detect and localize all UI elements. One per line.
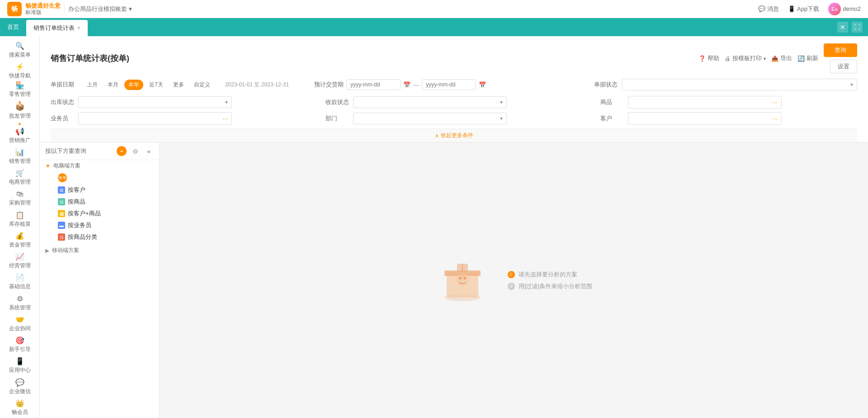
expected-date-start-input[interactable] — [346, 79, 401, 90]
plan-by-goods-icon: ⊟ — [58, 198, 65, 205]
guide-icon: 🎯 — [15, 336, 24, 345]
refresh-button[interactable]: 🔄 刷新 — [797, 54, 818, 62]
template-print-button[interactable]: 🖨 按模板打印 ▾ — [725, 54, 766, 62]
tree-child-by-customer: ⊞ 按客户 — [40, 184, 159, 196]
customer-more-icon[interactable]: ··· — [772, 115, 778, 122]
search-icon: 🔍 — [15, 42, 24, 50]
customer-select[interactable]: ··· — [628, 112, 782, 125]
collapse-more-conditions[interactable]: ∧ 收起更多条件 — [51, 128, 857, 142]
order-status-label: 单据状态 — [594, 81, 619, 89]
svg-point-4 — [459, 277, 462, 280]
page-title-row: 销售订单统计表(按单) ❓ 帮助 🖨 按模板打印 ▾ 📤 导出 — [51, 43, 857, 73]
sidebar-item-quick-nav[interactable]: ⚡ 快捷导航 — [0, 61, 39, 81]
empty-hint-2: ② 用[过滤]条件来缩小分析范围 — [508, 282, 592, 290]
date-btn-last-7-days[interactable]: 近7天 — [145, 80, 167, 90]
tree-child-by-goods-category: ⊡ 按商品分类 — [40, 231, 159, 243]
goods-select[interactable]: ··· — [628, 96, 782, 109]
inventory-icon: 📋 — [15, 211, 24, 219]
dept-select[interactable]: ▾ — [353, 113, 507, 124]
window-close-button[interactable]: ✕ — [837, 22, 848, 33]
salesperson-more-icon[interactable]: ··· — [222, 115, 228, 122]
sidebar-item-guide[interactable]: 🎯 新手引导 — [0, 334, 39, 355]
settings-plan-button[interactable]: ⊙ — [130, 146, 140, 156]
plan-by-order[interactable]: 按单 — [52, 171, 159, 184]
plan-by-salesperson-icon: ▬ — [58, 222, 65, 229]
svg-point-3 — [456, 273, 469, 286]
date-btn-more[interactable]: 更多 — [169, 80, 188, 90]
settings-button[interactable]: 设置 — [830, 60, 857, 73]
app-download-button[interactable]: 📱 App下载 — [788, 5, 819, 13]
sidebar-item-search[interactable]: 🔍 搜索菜单 — [0, 40, 39, 61]
collection-status-arrow-icon: ▾ — [500, 99, 503, 105]
expected-date-end-input[interactable] — [422, 79, 476, 90]
salesperson-group: 业务员 ··· — [51, 112, 307, 125]
sidebar-item-wholesale[interactable]: 📦 批发管理 ▲ — [0, 104, 39, 125]
date-btn-this-month[interactable]: 本月 — [104, 80, 123, 90]
tree-section-mobile[interactable]: ▶ 移动端方案 — [40, 245, 159, 256]
expected-date-label: 预计交货期 — [314, 81, 344, 89]
sidebar-item-basic-info[interactable]: 📄 基础信息 — [0, 271, 39, 292]
plan-by-customer-goods[interactable]: ▦ 按客户+商品 — [52, 208, 159, 219]
tab-home[interactable]: 首页 — [0, 18, 26, 36]
sidebar-item-enterprise[interactable]: 🤝 企业协同 — [0, 314, 39, 334]
sidebar-item-finance[interactable]: 💰 资金管理 — [0, 230, 39, 251]
sidebar-item-ecommerce[interactable]: 🛒 电商管理 — [0, 167, 39, 188]
sidebar-item-appstore[interactable]: 📱 应用中心 — [0, 355, 39, 376]
app-icon: 📱 — [788, 5, 795, 12]
sidebar-item-wechat[interactable]: 💬 企业微信 — [0, 376, 39, 397]
topbar-left: 畅 畅捷通好生意 标准版 办公用品行业模拟账套 ▾ — [7, 2, 132, 16]
sidebar-item-sales[interactable]: 📊 销售管理 — [0, 146, 39, 167]
window-maximize-button[interactable]: ⛶ — [852, 22, 863, 33]
salesperson-select[interactable]: ··· — [78, 112, 232, 125]
sidebar-item-system[interactable]: ⚙ 系统管理 — [0, 293, 39, 314]
page-subtitle[interactable]: 办公用品行业模拟账套 ▾ — [68, 5, 132, 13]
delivery-status-select[interactable]: ▾ — [78, 96, 232, 108]
plan-by-goods[interactable]: ⊟ 按商品 — [52, 196, 159, 208]
empty-illustration — [435, 255, 490, 306]
delivery-status-arrow-icon: ▾ — [225, 99, 228, 105]
sidebar-item-operations[interactable]: 📈 经营管理 — [0, 251, 39, 271]
sidebar-item-marketing[interactable]: 📢 营销推广 — [0, 125, 39, 146]
date-btn-custom[interactable]: 自定义 — [190, 80, 214, 90]
sidebar-item-retail[interactable]: 🏪 零售管理 ▲ — [0, 82, 39, 104]
date-btn-last-month[interactable]: 上月 — [83, 80, 102, 90]
tree-child-by-goods: ⊟ 按商品 — [40, 196, 159, 208]
dept-label: 部门 — [326, 114, 350, 123]
hint-num-1: ① — [508, 271, 515, 278]
message-button[interactable]: 💬 消息 — [758, 5, 779, 13]
user-profile[interactable]: Ea demo2 — [828, 3, 861, 15]
sidebar-item-member[interactable]: 👑 畅会员 — [0, 397, 39, 418]
plan-by-order-icon: 按单 — [58, 173, 67, 182]
goods-more-icon[interactable]: ··· — [772, 99, 778, 106]
sidebar-item-inventory[interactable]: 📋 库存核算 — [0, 209, 39, 230]
add-plan-button[interactable]: + — [117, 146, 127, 156]
sales-icon: 📊 — [15, 148, 24, 157]
collection-status-select[interactable]: ▾ — [353, 96, 507, 108]
plan-by-salesperson[interactable]: ▬ 按业务员 — [52, 219, 159, 231]
topbar: 畅 畅捷通好生意 标准版 办公用品行业模拟账套 ▾ 💬 消息 📱 App下载 E… — [0, 0, 868, 18]
tree-section-desktop[interactable]: ▼ 电脑端方案 — [40, 160, 159, 171]
goods-label: 商品 — [600, 98, 625, 106]
calendar-start-icon[interactable]: 📅 — [403, 81, 410, 88]
tab-close-icon[interactable]: × — [77, 25, 80, 31]
plan-by-goods-category[interactable]: ⊡ 按商品分类 — [52, 231, 159, 243]
collapse-panel-button[interactable]: « — [144, 146, 154, 156]
wholesale-icon: 📦 — [15, 103, 24, 111]
panel-label: 按以下方案查询 — [45, 147, 86, 155]
tab-sales-order-stats[interactable]: 销售订单统计表 × — [26, 20, 88, 36]
tree-expand-icon: ▼ — [45, 163, 51, 169]
query-button[interactable]: 查询 — [824, 43, 857, 57]
tabbar-window-controls: ✕ ⛶ — [837, 22, 863, 33]
calendar-end-icon[interactable]: 📅 — [479, 81, 486, 88]
finance-icon: 💰 — [15, 232, 24, 240]
hint-num-2: ② — [508, 283, 515, 290]
customer-group: 客户 ··· — [600, 112, 857, 125]
export-button[interactable]: 📤 导出 — [771, 54, 792, 62]
order-status-select[interactable]: ▾ — [622, 79, 857, 90]
sidebar-item-purchase[interactable]: 🛍 采购管理 — [0, 188, 39, 209]
help-button[interactable]: ❓ 帮助 — [698, 54, 719, 62]
filter-row-2: 出库状态 ▾ 收款状态 ▾ 商品 — [51, 96, 857, 109]
plan-by-customer[interactable]: ⊞ 按客户 — [52, 184, 159, 196]
date-btn-this-year[interactable]: 本年 — [124, 80, 143, 90]
enterprise-icon: 🤝 — [15, 315, 24, 324]
